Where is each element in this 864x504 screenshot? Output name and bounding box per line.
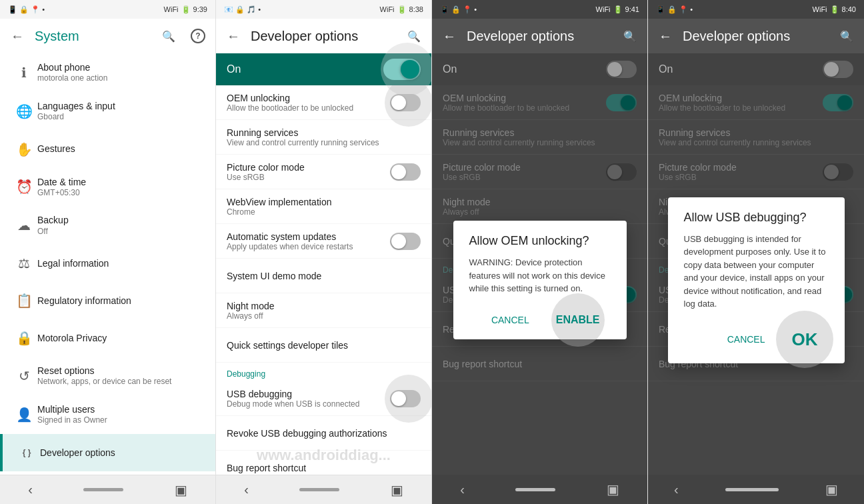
sidebar-item-updates[interactable]: 📱 System updates Updated to Android 9	[0, 471, 215, 475]
datetime-title: Date & time	[37, 176, 205, 188]
legal-text: Legal information	[37, 257, 205, 269]
quick-tiles-item[interactable]: Quick settings developer tiles	[216, 328, 431, 363]
backup-subtitle: Off	[37, 227, 205, 237]
usb-cancel-button[interactable]: Cancel	[717, 324, 776, 355]
search-button-3[interactable]: 🔍	[618, 24, 642, 48]
settings-list-1: ℹ About phone motorola one action 🌐 Lang…	[0, 53, 215, 475]
panel-oem-dialog: 📱 🔒 📍 • WiFi 🔋 9:41 ← Developer options …	[432, 0, 648, 504]
usbdebug-title: USB debugging	[227, 389, 390, 399]
nightmode-text: Night mode Always off	[227, 301, 421, 321]
nav-home-1[interactable]	[83, 488, 123, 491]
languages-title: Languages & input	[37, 100, 205, 112]
search-icon-3: 🔍	[623, 30, 637, 43]
oem-toggle[interactable]	[390, 94, 421, 111]
help-icon-1: ?	[191, 29, 205, 43]
usb-debug-item[interactable]: USB debugging Debug mode when USB is con…	[216, 381, 431, 416]
colormode-toggle[interactable]	[390, 163, 421, 181]
usb-dialog: Allow USB debugging? USB debugging is in…	[668, 197, 845, 363]
revoke-usb-item[interactable]: Revoke USB debugging authorizations	[216, 416, 431, 451]
nav-home-3[interactable]	[515, 488, 555, 491]
oem-dialog-body: WARNING: Device protection features will…	[469, 256, 611, 295]
developer-toggle-knob	[401, 60, 419, 79]
sidebar-item-gestures[interactable]: ✋ Gestures	[0, 131, 215, 168]
back-icon-3: ←	[443, 29, 456, 44]
back-button-1[interactable]: ←	[5, 24, 29, 48]
nav-bar-1: ‹ ▣	[0, 475, 215, 504]
back-button-4[interactable]: ←	[653, 24, 677, 48]
developer-toggle-3[interactable]	[606, 61, 637, 78]
oem-cancel-button[interactable]: Cancel	[481, 309, 540, 331]
developer-title: Developer options	[40, 447, 205, 459]
nav-bar-2: ‹ ▣	[216, 475, 431, 504]
nav-recent-btn-4[interactable]: ▣	[820, 476, 843, 503]
colormode-toggle-knob	[391, 165, 406, 179]
nav-recent-btn-1[interactable]: ▣	[169, 477, 193, 503]
usb-toggle-area	[390, 390, 421, 407]
help-button-1[interactable]: ?	[186, 24, 210, 48]
status-icons-right-4: WiFi 🔋 8:40	[813, 5, 856, 14]
page-title-3: Developer options	[467, 29, 613, 44]
uidemo-item[interactable]: System UI demo mode	[216, 259, 431, 293]
search-button-1[interactable]: 🔍	[157, 24, 181, 48]
nav-back-btn-4[interactable]: ‹	[669, 477, 684, 503]
wifi-icon-2: WiFi	[380, 5, 395, 13]
oem-dialog: Allow OEM unlocking? WARNING: Device pro…	[453, 221, 627, 339]
search-button-4[interactable]: 🔍	[835, 24, 859, 48]
sidebar-item-backup[interactable]: ☁ Backup Off	[0, 206, 215, 245]
webview-title: WebView implementation	[227, 197, 421, 207]
webview-item[interactable]: WebView implementation Chrome	[216, 189, 431, 224]
sidebar-item-datetime[interactable]: ⏰ Date & time GMT+05:30	[0, 168, 215, 207]
developer-main-toggle[interactable]	[383, 59, 421, 80]
bugreport-text: Bug report shortcut	[227, 463, 421, 473]
usb-ok-button[interactable]: OK	[781, 324, 829, 355]
running-title: Running services	[227, 127, 421, 138]
sidebar-item-languages[interactable]: 🌐 Languages & input Gboard	[0, 92, 215, 131]
about-title: About phone	[37, 61, 205, 73]
sidebar-item-reset[interactable]: ↺ Reset options Network, apps, or device…	[0, 357, 215, 395]
notification-icons-3: 📱 🔒 📍 •	[440, 5, 477, 14]
autoupdate-toggle[interactable]	[390, 233, 421, 250]
sidebar-item-privacy[interactable]: 🔒 Motorola Privacy	[0, 319, 215, 357]
nav-bar-3: ‹ ▣	[432, 475, 647, 504]
bug-report-item[interactable]: Bug report shortcut	[216, 451, 431, 475]
developer-icon: { }	[13, 448, 40, 457]
nav-back-btn-3[interactable]: ‹	[455, 477, 470, 503]
usb-dialog-title: Allow USB debugging?	[684, 211, 829, 225]
oem-unlocking-item[interactable]: OEM unlocking Allow the bootloader to be…	[216, 85, 431, 120]
panel-developer-options: 📧 🔒 🎵 • WiFi 🔋 8:38 ← Developer options …	[216, 0, 432, 504]
oem-enable-area: Enable	[545, 309, 611, 331]
auto-update-item[interactable]: Automatic system updates Apply updates w…	[216, 224, 431, 259]
nightmode-title: Night mode	[227, 301, 421, 311]
usb-toggle[interactable]	[390, 390, 421, 407]
nav-recent-btn-2[interactable]: ▣	[385, 477, 409, 503]
sidebar-item-legal[interactable]: ⚖ Legal information	[0, 245, 215, 282]
revokeusb-text: Revoke USB debugging authorizations	[227, 428, 421, 439]
sidebar-item-regulatory[interactable]: 📋 Regulatory information	[0, 282, 215, 319]
nav-recent-btn-3[interactable]: ▣	[601, 476, 625, 503]
night-mode-item[interactable]: Night mode Always off	[216, 293, 431, 328]
nav-back-btn-1[interactable]: ‹	[23, 477, 38, 503]
developer-toggle-header-3: On	[432, 53, 647, 85]
back-button-3[interactable]: ←	[437, 24, 461, 48]
oem-enable-button[interactable]: Enable	[545, 309, 611, 331]
about-subtitle: motorola one action	[37, 73, 205, 84]
status-bar-1: 📱 🔒 📍 • WiFi 🔋 9:39	[0, 0, 215, 19]
sidebar-item-about[interactable]: ℹ About phone motorola one action	[0, 53, 215, 92]
running-services-item[interactable]: Running services View and control curren…	[216, 120, 431, 155]
battery-icon-3: 🔋	[613, 5, 623, 14]
sidebar-item-users[interactable]: 👤 Multiple users Signed in as Owner	[0, 395, 215, 434]
nav-home-2[interactable]	[299, 488, 339, 491]
colormode-text: Picture color mode Use sRGB	[227, 162, 390, 182]
developer-toggle-4[interactable]	[823, 61, 853, 78]
nav-home-4[interactable]	[725, 488, 779, 491]
nav-back-btn-2[interactable]: ‹	[239, 477, 254, 503]
developer-toggle-knob-3	[607, 62, 622, 77]
battery-icon-4: 🔋	[830, 5, 839, 14]
developer-toggle-header-4: On	[648, 53, 864, 85]
sidebar-item-developer[interactable]: { } Developer options	[0, 434, 215, 471]
back-button-2[interactable]: ←	[221, 24, 245, 48]
users-title: Multiple users	[37, 403, 205, 415]
color-mode-item[interactable]: Picture color mode Use sRGB	[216, 155, 431, 189]
uidemo-text: System UI demo mode	[227, 271, 421, 281]
dimmed-content-3: OEM unlocking Allow the bootloader to be…	[432, 85, 647, 475]
